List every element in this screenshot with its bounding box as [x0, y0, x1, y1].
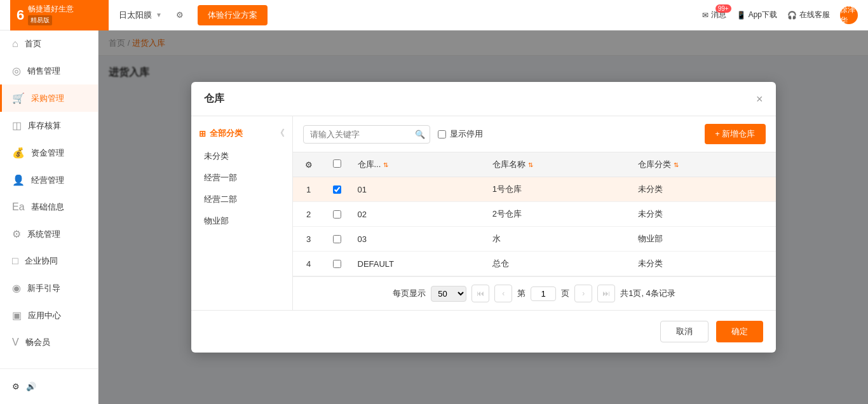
- message-badge: 99+: [715, 4, 731, 13]
- message-btn[interactable]: ✉ 消息 99+: [702, 10, 726, 20]
- store-selector[interactable]: 日太阳膜 ▼: [119, 10, 162, 21]
- th-check-all[interactable]: [333, 159, 341, 168]
- main-content: 首页 / 进货入库 进货入库 仓库 ×: [98, 30, 868, 404]
- show-disabled-label[interactable]: 显示停用: [438, 128, 483, 140]
- table-header-row: ⚙ 仓库... ⇅: [293, 152, 776, 177]
- row-code: 01: [350, 177, 485, 202]
- service-btn[interactable]: 🎧 在线客服: [787, 10, 830, 20]
- settings-icon-btn[interactable]: ⚙: [170, 5, 190, 25]
- page-number-input[interactable]: [531, 286, 556, 301]
- sidebar-item-sales[interactable]: ◎ 销售管理: [0, 57, 98, 84]
- sales-icon: ◎: [12, 65, 21, 77]
- tree-item-dept2[interactable]: 经营二部: [191, 189, 292, 210]
- modal-overlay: 仓库 × ⊞ 全部分类 《 未分类: [98, 30, 868, 404]
- sidebar-label-basic: 基础信息: [31, 201, 64, 213]
- modal-header: 仓库 ×: [191, 82, 776, 116]
- message-icon: ✉: [702, 11, 709, 20]
- prev-page-btn[interactable]: ‹: [494, 285, 512, 302]
- code-sort-icon: ⇅: [383, 161, 388, 168]
- table-row[interactable]: 3 03 水 物业部: [293, 227, 776, 252]
- sidebar-item-basic[interactable]: Ea 基础信息: [0, 194, 98, 220]
- store-dropdown-arrow: ▼: [156, 11, 162, 18]
- logo-badge: 精易版: [28, 15, 52, 25]
- headphone-icon: 🎧: [787, 11, 797, 20]
- cancel-button[interactable]: 取消: [660, 321, 709, 342]
- sidebar-item-system[interactable]: ⚙ 系统管理: [0, 220, 98, 248]
- store-name: 日太阳膜: [119, 10, 152, 21]
- row-num: 1: [293, 177, 325, 202]
- tree-grid-icon: ⊞: [199, 129, 206, 138]
- row-code: DEFAULT: [350, 252, 485, 276]
- total-info: 共1页, 4条记录: [620, 288, 675, 299]
- first-page-btn[interactable]: ⏮: [471, 285, 489, 302]
- add-warehouse-button[interactable]: + 新增仓库: [705, 124, 765, 144]
- next-page-btn[interactable]: ›: [574, 285, 592, 302]
- sidebar-label-sales: 销售管理: [27, 65, 60, 77]
- sidebar-item-purchase[interactable]: 🛒 采购管理: [0, 84, 98, 112]
- avatar: 徐泽华: [840, 6, 858, 24]
- page-label: 第: [517, 288, 526, 299]
- search-icon[interactable]: 🔍: [415, 130, 425, 139]
- show-disabled-checkbox[interactable]: [438, 130, 446, 138]
- row-check-cell: [325, 252, 350, 276]
- logo-name: 畅捷通好生意: [28, 4, 74, 15]
- page-size-label: 每页显示: [393, 288, 426, 299]
- operation-icon: 👤: [12, 174, 25, 186]
- sidebar-item-home[interactable]: ⌂ 首页: [0, 30, 98, 57]
- th-settings[interactable]: ⚙: [293, 152, 325, 177]
- user-avatar-area[interactable]: 徐泽华: [840, 6, 858, 24]
- row-check-cell: [325, 177, 350, 202]
- th-code[interactable]: 仓库... ⇅: [350, 152, 485, 177]
- tree-all-label: 全部分类: [210, 128, 243, 139]
- tree-collapse-button[interactable]: 《: [276, 128, 285, 139]
- modal-footer: 取消 确定: [191, 310, 776, 353]
- sidebar-item-guide[interactable]: ◉ 新手引导: [0, 274, 98, 302]
- sidebar-item-appcenter[interactable]: ▣ 应用中心: [0, 302, 98, 329]
- tree-item-dept1[interactable]: 经营一部: [191, 167, 292, 189]
- sidebar-label-home: 首页: [25, 38, 41, 50]
- row-category: 未分类: [630, 202, 776, 227]
- modal-close-button[interactable]: ×: [756, 93, 763, 105]
- logo-icon: 6: [17, 7, 24, 24]
- row-checkbox[interactable]: [333, 210, 341, 219]
- top-header: 6 畅捷通好生意 精易版 日太阳膜 ▼ ⚙ 体验行业方案 ✉ 消息 99+ 📱 …: [0, 0, 868, 30]
- tree-all-category[interactable]: ⊞ 全部分类: [199, 128, 243, 139]
- row-checkbox[interactable]: [333, 185, 341, 194]
- purchase-icon: 🛒: [12, 92, 25, 104]
- search-input[interactable]: [303, 125, 430, 144]
- app-label: App下载: [749, 10, 777, 20]
- sidebar-bottom: ⚙ 🔊: [0, 368, 98, 404]
- sidebar-label-finance: 资金管理: [31, 147, 64, 159]
- last-page-btn[interactable]: ⏭: [597, 285, 615, 302]
- sidebar: ⌂ 首页 ◎ 销售管理 🛒 采购管理 ◫ 库存核算 💰 资金管理 👤 经营管理 …: [0, 30, 98, 404]
- trial-button[interactable]: 体验行业方案: [198, 5, 268, 25]
- row-code: 02: [350, 202, 485, 227]
- row-checkbox[interactable]: [333, 260, 341, 268]
- sidebar-label-enterprise: 企业协同: [25, 255, 58, 267]
- table-row[interactable]: 1 01 1号仓库 未分类: [293, 177, 776, 202]
- sidebar-item-enterprise[interactable]: □ 企业协同: [0, 248, 98, 274]
- settings-bottom-icon: ⚙: [12, 382, 20, 391]
- sidebar-settings-btn[interactable]: ⚙ 🔊: [0, 374, 98, 399]
- sidebar-item-finance[interactable]: 💰 资金管理: [0, 139, 98, 166]
- table-row[interactable]: 4 DEFAULT 总仓 未分类: [293, 252, 776, 276]
- app-download-btn[interactable]: 📱 App下载: [736, 10, 777, 20]
- warehouse-modal: 仓库 × ⊞ 全部分类 《 未分类: [191, 82, 776, 353]
- page-size-select[interactable]: 50 10 20 100: [431, 286, 466, 302]
- table-row[interactable]: 2 02 2号仓库 未分类: [293, 202, 776, 227]
- sidebar-label-operation: 经营管理: [31, 175, 64, 186]
- row-num: 3: [293, 227, 325, 252]
- tree-item-property[interactable]: 物业部: [191, 210, 292, 232]
- confirm-button[interactable]: 确定: [716, 321, 763, 342]
- sidebar-label-appcenter: 应用中心: [28, 310, 61, 321]
- th-category[interactable]: 仓库分类 ⇅: [630, 152, 776, 177]
- sidebar-item-vip[interactable]: V 畅会员: [0, 329, 98, 356]
- row-name: 1号仓库: [485, 177, 630, 202]
- row-checkbox[interactable]: [333, 235, 341, 243]
- tree-item-unclassified[interactable]: 未分类: [191, 145, 292, 167]
- row-code: 03: [350, 227, 485, 252]
- th-name[interactable]: 仓库名称 ⇅: [485, 152, 630, 177]
- sidebar-item-operation[interactable]: 👤 经营管理: [0, 166, 98, 194]
- vip-icon: V: [12, 337, 19, 348]
- sidebar-item-inventory[interactable]: ◫ 库存核算: [0, 112, 98, 139]
